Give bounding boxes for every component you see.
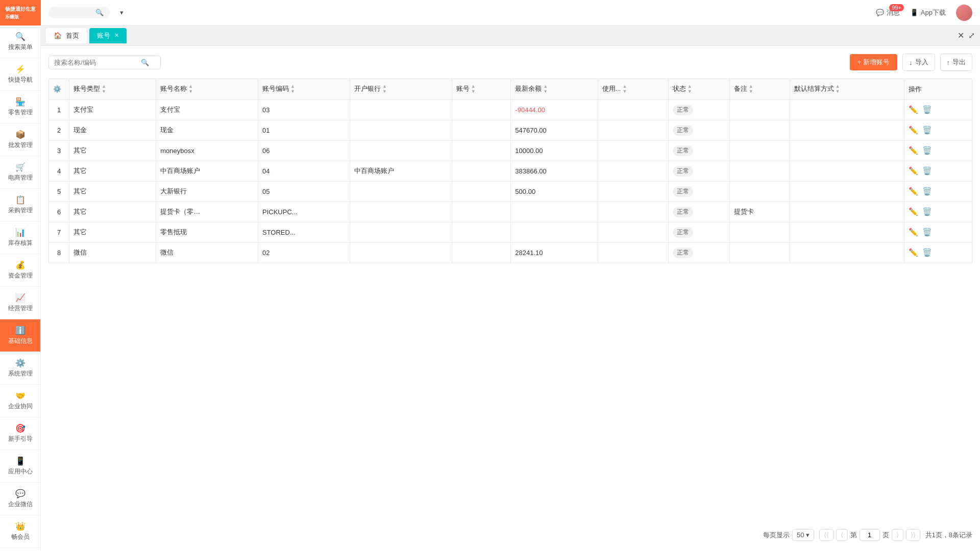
- sidebar-item-search[interactable]: 🔍搜索菜单: [0, 26, 40, 58]
- user-avatar[interactable]: [956, 5, 972, 21]
- sort-name-icon: ▲▼: [188, 84, 193, 94]
- tab-account-close[interactable]: ✕: [114, 32, 119, 39]
- row-bank-4: [350, 181, 452, 202]
- row-balance-0: -90444.00: [511, 99, 598, 120]
- sort-status-icon: ▲▼: [688, 84, 692, 94]
- row-status-4: 正常: [668, 181, 729, 202]
- col-type[interactable]: 账号类型▲▼: [69, 79, 156, 100]
- sidebar-item-member[interactable]: 👑畅会员: [0, 515, 40, 548]
- sidebar-item-wechat[interactable]: 💬企业微信: [0, 483, 40, 515]
- delete-icon-4[interactable]: 🗑️: [922, 187, 932, 196]
- guide-icon: 🎯: [3, 423, 38, 433]
- delete-icon-0[interactable]: 🗑️: [922, 105, 932, 114]
- row-balance-2: 10000.00: [511, 140, 598, 161]
- page-size-value: 50: [797, 531, 804, 539]
- sidebar-label-ecommerce: 电商管理: [8, 174, 33, 181]
- next-page-button[interactable]: ⟩: [892, 529, 903, 541]
- tab-account[interactable]: 账号 ✕: [89, 28, 127, 43]
- import-button[interactable]: ↓ 导入: [902, 54, 935, 71]
- row-bank-2: [350, 140, 452, 161]
- export-label: 导出: [952, 58, 966, 67]
- add-account-button[interactable]: + 新增账号: [850, 54, 897, 70]
- delete-icon-1[interactable]: 🗑️: [922, 126, 932, 135]
- search-box[interactable]: 🔍: [48, 56, 161, 69]
- tab-close-action[interactable]: ✕: [958, 31, 964, 40]
- gear-icon[interactable]: ⚙️: [53, 85, 61, 93]
- page-size-dropdown-icon: ▾: [806, 531, 810, 539]
- delete-icon-3[interactable]: 🗑️: [922, 166, 932, 176]
- top-search-box[interactable]: 🔍: [48, 7, 110, 18]
- page-size-select[interactable]: 50 ▾: [792, 529, 814, 541]
- last-page-button[interactable]: ⟩⟩: [906, 529, 920, 541]
- first-page-button[interactable]: ⟨⟨: [819, 529, 834, 541]
- sidebar-label-wechat: 企业微信: [8, 500, 33, 508]
- sidebar-label-purchase: 采购管理: [8, 207, 33, 214]
- sidebar-label-finance: 资金管理: [8, 272, 33, 279]
- col-status[interactable]: 状态▲▼: [668, 79, 729, 100]
- prev-page-button[interactable]: ⟨: [836, 529, 848, 541]
- top-header: 🔍 ▾ 💬 消息 99+ 📱 App下载: [41, 0, 980, 26]
- sidebar-item-system[interactable]: ⚙️系统管理: [0, 352, 40, 385]
- edit-icon-3[interactable]: ✏️: [909, 166, 918, 176]
- search-icon[interactable]: 🔍: [141, 59, 149, 66]
- edit-icon-7[interactable]: ✏️: [909, 248, 918, 257]
- sidebar-item-retail[interactable]: 🏪零售管理: [0, 91, 40, 123]
- sidebar-item-agreement[interactable]: 🤝企业协同: [0, 385, 40, 417]
- delete-icon-7[interactable]: 🗑️: [922, 248, 932, 257]
- sidebar-item-wholesale[interactable]: 📦批发管理: [0, 123, 40, 156]
- message-button[interactable]: 💬 消息 99+: [876, 8, 900, 17]
- col-remark[interactable]: 备注▲▼: [729, 79, 790, 100]
- row-type-1: 现金: [69, 120, 156, 140]
- sidebar-item-finance[interactable]: 💰资金管理: [0, 254, 40, 287]
- sidebar-item-operations[interactable]: 📈经营管理: [0, 287, 40, 319]
- row-bank-5: [350, 202, 452, 222]
- export-button[interactable]: ↑ 导出: [940, 54, 973, 71]
- sidebar-item-guide[interactable]: 🎯新手引导: [0, 417, 40, 450]
- col-usage[interactable]: 使用...▲▼: [598, 79, 668, 100]
- top-search-input[interactable]: [55, 9, 95, 16]
- edit-icon-2[interactable]: ✏️: [909, 146, 918, 155]
- app-download-button[interactable]: 📱 App下载: [910, 8, 946, 17]
- sidebar-item-ecommerce[interactable]: 🛒电商管理: [0, 156, 40, 189]
- edit-icon-1[interactable]: ✏️: [909, 126, 918, 135]
- page-number-input[interactable]: [860, 529, 880, 541]
- delete-icon-6[interactable]: 🗑️: [922, 228, 932, 237]
- col-account[interactable]: 账号▲▼: [452, 79, 511, 100]
- search-input[interactable]: [54, 59, 141, 66]
- row-usage-1: [598, 120, 668, 140]
- sidebar-item-inventory[interactable]: 📊库存核算: [0, 221, 40, 254]
- accounts-table: ⚙️ 账号类型▲▼ 账号名称▲▼ 账号编码▲▼ 开户银行▲▼: [48, 79, 972, 263]
- sidebar-item-quicknav[interactable]: ⚡快捷导航: [0, 58, 40, 91]
- logo-sub: 乐赚版: [5, 14, 36, 20]
- row-remark-4: [729, 181, 790, 202]
- edit-icon-5[interactable]: ✏️: [909, 207, 918, 216]
- header-dropdown[interactable]: ▾: [120, 9, 124, 16]
- col-bank[interactable]: 开户银行▲▼: [350, 79, 452, 100]
- tab-home[interactable]: 🏠 首页: [46, 28, 87, 43]
- delete-icon-2[interactable]: 🗑️: [922, 146, 932, 155]
- row-name-2: moneybosx: [156, 140, 258, 161]
- row-settlement-6: [790, 222, 904, 242]
- sidebar-item-appcenter[interactable]: 📱应用中心: [0, 450, 40, 483]
- edit-icon-6[interactable]: ✏️: [909, 228, 918, 237]
- row-usage-3: [598, 161, 668, 181]
- sidebar-item-purchase[interactable]: 📋采购管理: [0, 189, 40, 221]
- col-code[interactable]: 账号编码▲▼: [258, 79, 350, 100]
- col-settlement[interactable]: 默认结算方式▲▼: [790, 79, 904, 100]
- row-balance-1: 547670.00: [511, 120, 598, 140]
- row-num-4: 5: [49, 181, 69, 202]
- row-status-6: 正常: [668, 222, 729, 242]
- row-type-6: 其它: [69, 222, 156, 242]
- delete-icon-5[interactable]: 🗑️: [922, 207, 932, 216]
- edit-icon-4[interactable]: ✏️: [909, 187, 918, 196]
- col-balance[interactable]: 最新余额▲▼: [511, 79, 598, 100]
- row-account-7: [452, 242, 511, 263]
- page-suffix: 页: [883, 531, 889, 540]
- row-code-0: 03: [258, 99, 350, 120]
- tab-expand-action[interactable]: ⤢: [968, 31, 975, 40]
- edit-icon-0[interactable]: ✏️: [909, 105, 918, 114]
- row-remark-1: [729, 120, 790, 140]
- sidebar-label-retail: 零售管理: [8, 109, 33, 116]
- col-name[interactable]: 账号名称▲▼: [156, 79, 258, 100]
- sidebar-item-basic[interactable]: ℹ️基础信息: [0, 319, 40, 352]
